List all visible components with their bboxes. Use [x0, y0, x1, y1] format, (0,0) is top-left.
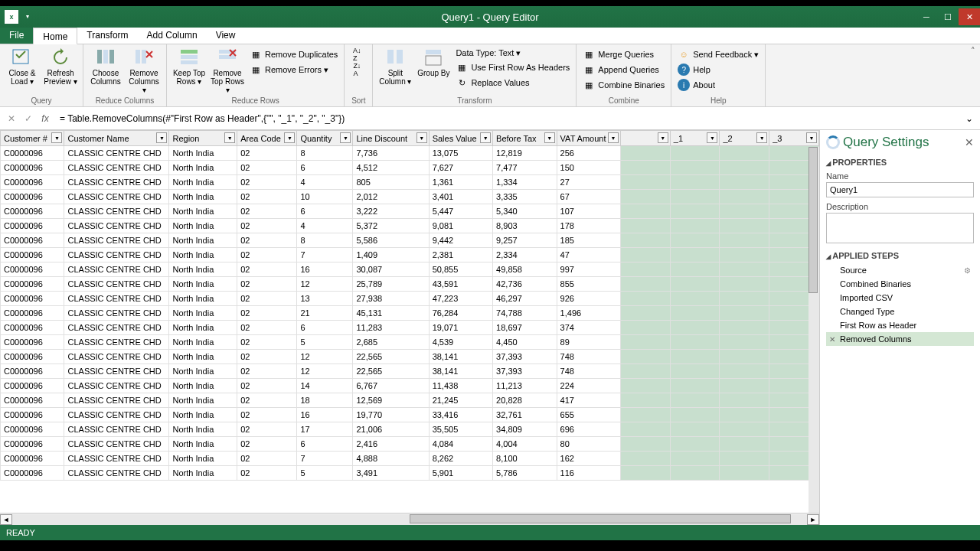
cell[interactable]: C0000096: [1, 350, 64, 364]
vertical-scrollbar[interactable]: [808, 147, 819, 513]
cell[interactable]: 13: [297, 292, 353, 306]
cell[interactable]: C0000096: [1, 335, 64, 350]
cell[interactable]: CLASSIC CENTRE CHD: [64, 335, 169, 350]
cell[interactable]: [670, 292, 720, 306]
cell[interactable]: [621, 335, 671, 350]
cell[interactable]: CLASSIC CENTRE CHD: [64, 277, 169, 292]
cell[interactable]: [621, 175, 671, 190]
cell[interactable]: 43,591: [429, 277, 492, 292]
applied-step[interactable]: Source⚙: [826, 263, 974, 277]
cell[interactable]: 25,789: [353, 277, 429, 292]
cell[interactable]: [670, 408, 720, 422]
cell[interactable]: [720, 335, 769, 350]
cell[interactable]: 02: [237, 219, 297, 233]
cell[interactable]: 926: [557, 292, 620, 306]
cell[interactable]: 76,284: [429, 306, 492, 321]
applied-step[interactable]: First Row as Header: [826, 318, 974, 332]
cell[interactable]: North India: [169, 393, 237, 408]
cell[interactable]: C0000096: [1, 292, 64, 306]
combine-binaries-button[interactable]: ▦Combine Binaries: [581, 78, 666, 92]
cell[interactable]: 12: [297, 350, 353, 364]
send-feedback-button[interactable]: ☺Send Feedback ▾: [676, 47, 760, 61]
remove-top-rows-button[interactable]: Remove Top Rows ▾: [210, 46, 245, 94]
cell[interactable]: 32,761: [493, 408, 557, 422]
cell[interactable]: 17: [297, 422, 353, 437]
cell[interactable]: 02: [237, 422, 297, 437]
cell[interactable]: 13,075: [429, 146, 492, 161]
column-filter-button[interactable]: ▼: [340, 132, 351, 143]
cell[interactable]: CLASSIC CENTRE CHD: [64, 393, 169, 408]
cell[interactable]: 4,539: [429, 335, 492, 350]
cell[interactable]: [720, 321, 769, 335]
cell[interactable]: North India: [169, 204, 237, 219]
cell[interactable]: 9,257: [493, 233, 557, 248]
cell[interactable]: [670, 219, 720, 233]
cell[interactable]: 6,767: [353, 379, 429, 393]
query-description-input[interactable]: [826, 213, 974, 243]
cell[interactable]: CLASSIC CENTRE CHD: [64, 190, 169, 204]
cell[interactable]: [621, 204, 671, 219]
cell[interactable]: North India: [169, 262, 237, 277]
table-row[interactable]: C0000096CLASSIC CENTRE CHDNorth India026…: [1, 321, 819, 335]
table-row[interactable]: C0000096CLASSIC CENTRE CHDNorth India021…: [1, 277, 819, 292]
cell[interactable]: CLASSIC CENTRE CHD: [64, 350, 169, 364]
cell[interactable]: [621, 321, 671, 335]
cell[interactable]: [670, 379, 720, 393]
cell[interactable]: 1,409: [353, 248, 429, 262]
cell[interactable]: C0000096: [1, 321, 64, 335]
table-row[interactable]: C0000096CLASSIC CENTRE CHDNorth India021…: [1, 393, 819, 408]
cell[interactable]: 6: [297, 161, 353, 175]
cell[interactable]: 6: [297, 204, 353, 219]
cell[interactable]: 3,335: [493, 190, 557, 204]
remove-duplicates-button[interactable]: ▦Remove Duplicates: [248, 47, 339, 61]
cell[interactable]: [670, 204, 720, 219]
cell[interactable]: [670, 335, 720, 350]
column-header[interactable]: _1▼: [670, 131, 720, 146]
cell[interactable]: 14: [297, 379, 353, 393]
table-row[interactable]: C0000096CLASSIC CENTRE CHDNorth India025…: [1, 466, 819, 481]
cell[interactable]: [670, 233, 720, 248]
cell[interactable]: 417: [557, 393, 620, 408]
cell[interactable]: [621, 452, 671, 466]
cell[interactable]: 27: [557, 175, 620, 190]
column-filter-button[interactable]: ▼: [224, 132, 235, 143]
cell[interactable]: 02: [237, 335, 297, 350]
cell[interactable]: [670, 161, 720, 175]
cell[interactable]: 696: [557, 422, 620, 437]
cell[interactable]: C0000096: [1, 248, 64, 262]
cell[interactable]: North India: [169, 364, 237, 379]
cell[interactable]: 3,491: [353, 466, 429, 481]
cell[interactable]: [621, 262, 671, 277]
cell[interactable]: 5,901: [429, 466, 492, 481]
cell[interactable]: CLASSIC CENTRE CHD: [64, 161, 169, 175]
cell[interactable]: C0000096: [1, 161, 64, 175]
cell[interactable]: 107: [557, 204, 620, 219]
cell[interactable]: 21,245: [429, 393, 492, 408]
cell[interactable]: 21,006: [353, 422, 429, 437]
cell[interactable]: [670, 321, 720, 335]
cell[interactable]: 4,450: [493, 335, 557, 350]
cell[interactable]: [720, 262, 769, 277]
cell[interactable]: CLASSIC CENTRE CHD: [64, 248, 169, 262]
cell[interactable]: 27,938: [353, 292, 429, 306]
cell[interactable]: North India: [169, 350, 237, 364]
cell[interactable]: North India: [169, 437, 237, 452]
cell[interactable]: 116: [557, 466, 620, 481]
tab-file[interactable]: File: [0, 27, 33, 44]
cell[interactable]: 2,381: [429, 248, 492, 262]
cell[interactable]: [720, 292, 769, 306]
cell[interactable]: North India: [169, 233, 237, 248]
table-row[interactable]: C0000096CLASSIC CENTRE CHDNorth India026…: [1, 437, 819, 452]
cell[interactable]: [670, 248, 720, 262]
column-header[interactable]: Customer #▼: [1, 131, 64, 146]
column-header[interactable]: Customer Name▼: [64, 131, 169, 146]
cell[interactable]: [720, 350, 769, 364]
cell[interactable]: 11,283: [353, 321, 429, 335]
cell[interactable]: 655: [557, 408, 620, 422]
column-filter-button[interactable]: ▼: [658, 132, 668, 143]
cell[interactable]: CLASSIC CENTRE CHD: [64, 175, 169, 190]
cell[interactable]: 3,401: [429, 190, 492, 204]
cell[interactable]: 374: [557, 321, 620, 335]
cell[interactable]: 02: [237, 204, 297, 219]
cell[interactable]: 8,100: [493, 452, 557, 466]
